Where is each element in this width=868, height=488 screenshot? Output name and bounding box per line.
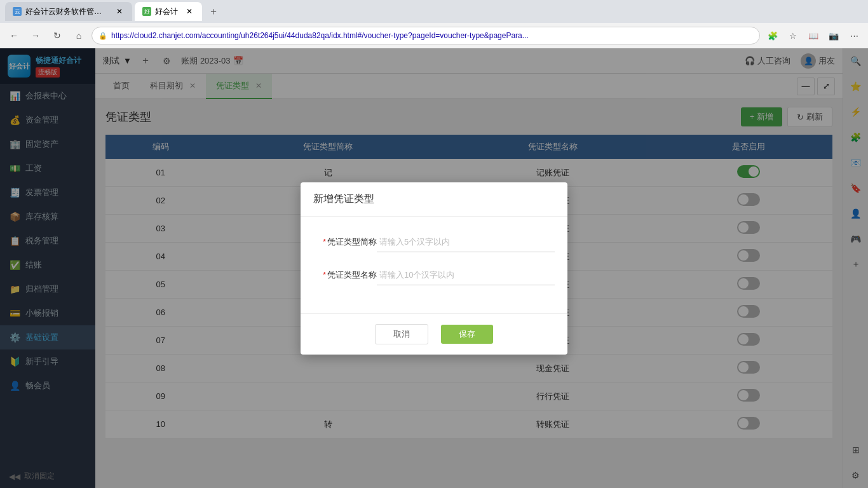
name-label-text: 凭证类型名称 (327, 270, 377, 280)
name-form-row: *凭证类型名称 (313, 265, 555, 285)
abbr-form-row: *凭证类型简称 (313, 232, 555, 252)
new-voucher-type-dialog: 新增凭证类型 *凭证类型简称 *凭证类型名称 取消 保存 (301, 182, 567, 355)
save-button[interactable]: 保存 (441, 325, 493, 344)
url-text: https://cloud2.chanjet.com/accounting/uh… (111, 31, 753, 40)
back-button[interactable]: ← (5, 27, 23, 44)
home-button[interactable]: ⌂ (70, 27, 88, 44)
favorites-button[interactable]: ☆ (784, 27, 802, 44)
dialog-header: 新增凭证类型 (301, 182, 567, 217)
new-tab-button[interactable]: ＋ (205, 3, 222, 20)
refresh-button[interactable]: ↻ (48, 27, 66, 44)
abbr-label-text: 凭证类型简称 (327, 237, 377, 247)
tab-close-2[interactable]: ✕ (184, 6, 194, 17)
tab-label-2: 好会计 (155, 6, 178, 17)
tab-close-1[interactable]: ✕ (114, 6, 125, 17)
abbr-label: *凭证类型简称 (313, 236, 377, 248)
dialog-footer: 取消 保存 (301, 313, 567, 355)
screenshot-button[interactable]: 📷 (825, 27, 843, 44)
more-button[interactable]: ⋯ (845, 27, 863, 44)
abbr-input[interactable] (377, 232, 555, 252)
lock-icon: 🔒 (98, 32, 107, 40)
extensions-button[interactable]: 🧩 (764, 27, 782, 44)
tab-bar: 云 好会计云财务软件管理系统_会计 ✕ 好 好会计 ✕ ＋ (0, 0, 868, 23)
forward-button[interactable]: → (27, 27, 44, 44)
tab-favicon-2: 好 (142, 7, 151, 16)
browser-tab-1[interactable]: 云 好会计云财务软件管理系统_会计 ✕ (5, 2, 132, 21)
name-input[interactable] (377, 265, 555, 285)
name-label: *凭证类型名称 (313, 269, 377, 281)
reading-mode-button[interactable]: 📖 (804, 27, 822, 44)
browser-tab-2[interactable]: 好 好会计 ✕ (135, 2, 202, 21)
name-required-mark: * (323, 270, 326, 280)
abbr-required-mark: * (323, 237, 326, 247)
cancel-button[interactable]: 取消 (375, 324, 428, 344)
dialog-body: *凭证类型简称 *凭证类型名称 (301, 217, 567, 313)
address-bar: ← → ↻ ⌂ 🔒 https://cloud2.chanjet.com/acc… (0, 23, 868, 48)
dialog-overlay: 新增凭证类型 *凭证类型简称 *凭证类型名称 取消 保存 (0, 48, 868, 488)
url-bar[interactable]: 🔒 https://cloud2.chanjet.com/accounting/… (92, 27, 760, 44)
tab-favicon-1: 云 (13, 7, 22, 16)
browser-actions: 🧩 ☆ 📖 📷 ⋯ (764, 27, 863, 44)
dialog-title: 新增凭证类型 (313, 193, 374, 206)
tab-label-1: 好会计云财务软件管理系统_会计 (25, 6, 108, 17)
browser-chrome: 云 好会计云财务软件管理系统_会计 ✕ 好 好会计 ✕ ＋ ← → ↻ ⌂ 🔒 … (0, 0, 868, 48)
